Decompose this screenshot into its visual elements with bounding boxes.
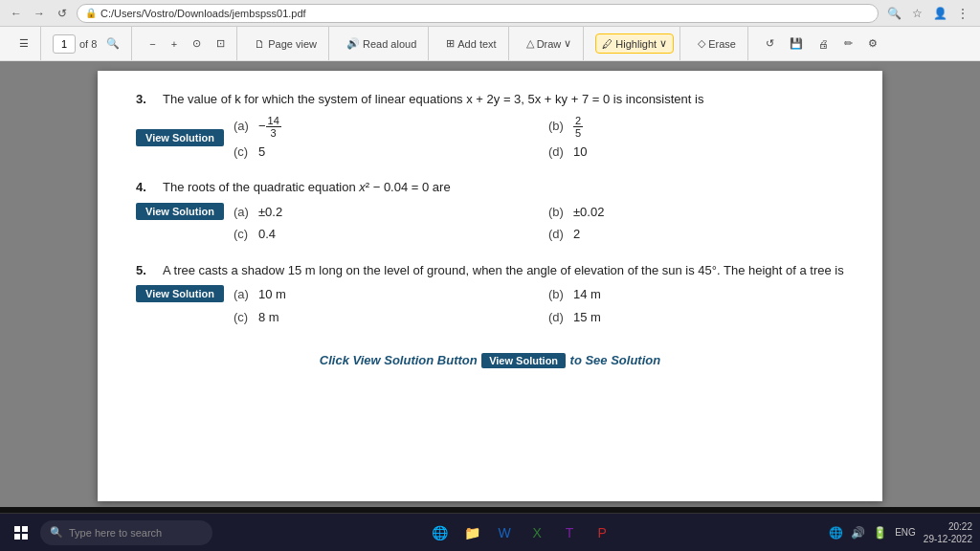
q5-option-a: (a) 10 m <box>234 285 529 304</box>
add-text-section: ⊞ Add text <box>434 27 508 60</box>
zoom-in-button[interactable]: + <box>166 35 183 53</box>
browser-menu-icon[interactable]: ⋮ <box>953 4 972 23</box>
pdf-content: 3. The value of k for which the system o… <box>0 61 980 507</box>
page-view-button[interactable]: 🗋 Page view <box>249 35 323 53</box>
question-3-number: 3. <box>136 90 155 109</box>
view-solution-3-button[interactable]: View Solution <box>136 129 224 146</box>
page-number-input[interactable] <box>53 34 76 54</box>
taskbar-teams-icon[interactable]: T <box>556 519 583 546</box>
taskbar-clock[interactable]: 20:22 29-12-2022 <box>924 520 972 545</box>
taskbar-word-icon[interactable]: W <box>491 519 518 546</box>
q5-option-b: (b) 14 m <box>548 285 844 304</box>
browser-chrome: ← → ↺ 🔒 C:/Users/Vostro/Downloads/jembsp… <box>0 0 980 27</box>
taskbar-right: 🌐 🔊 🔋 ENG 20:22 29-12-2022 <box>829 520 972 545</box>
svg-rect-2 <box>14 534 20 540</box>
taskbar-volume-icon[interactable]: 🔊 <box>851 526 865 540</box>
undo-button[interactable]: ↺ <box>760 34 780 53</box>
draw-button[interactable]: △ Draw ∨ <box>521 34 578 53</box>
q3-option-d: (d) 10 <box>548 143 844 162</box>
toolbar-menu-section: ☰ <box>8 27 41 60</box>
question-3-header: 3. The value of k for which the system o… <box>136 90 844 109</box>
reload-button[interactable]: ↺ <box>54 5 71 22</box>
taskbar: 🔍 Type here to search 🌐 📁 W X T P 🌐 🔊 🔋 … <box>0 513 980 551</box>
taskbar-pdf-icon[interactable]: P <box>589 519 615 546</box>
question-5-header: 5. A tree casts a shadow 15 m long on th… <box>136 261 844 280</box>
settings-button[interactable]: ⚙ <box>862 34 883 53</box>
pdf-page: 3. The value of k for which the system o… <box>98 71 882 501</box>
read-aloud-section: 🔊 Read aloud <box>335 27 429 60</box>
search-button[interactable]: 🔍 <box>100 34 125 53</box>
taskbar-search-bar[interactable]: 🔍 Type here to search <box>40 520 212 545</box>
svg-rect-0 <box>14 526 20 532</box>
click-solution-text: Click View Solution Button <box>320 353 478 367</box>
svg-rect-1 <box>22 526 28 532</box>
q4-option-c: (c) 0.4 <box>234 225 529 244</box>
edit-button[interactable]: ✏ <box>838 34 858 53</box>
save-button[interactable]: 💾 <box>784 34 809 53</box>
q3-option-b: (b) 25 <box>548 115 844 139</box>
page-total-label: of 8 <box>79 38 97 50</box>
taskbar-battery-icon[interactable]: 🔋 <box>873 526 887 540</box>
taskbar-search-icon: 🔍 <box>50 526 63 539</box>
q4-option-a: (a) ±0.2 <box>234 203 529 222</box>
taskbar-fileexplorer-icon[interactable]: 📁 <box>458 519 485 546</box>
taskbar-date: 29-12-2022 <box>924 533 972 545</box>
page-nav-section: of 8 🔍 <box>47 27 132 60</box>
q4-option-b: (b) ±0.02 <box>548 203 844 222</box>
q5-option-c: (c) 8 m <box>234 308 529 327</box>
taskbar-edge-icon[interactable]: 🌐 <box>426 519 453 546</box>
question-4-block: 4. The roots of the quadratic equation x… <box>136 178 844 244</box>
question-4-number: 4. <box>136 178 155 197</box>
address-bar[interactable]: 🔒 C:/Users/Vostro/Downloads/jembspss01.p… <box>77 4 879 23</box>
taskbar-excel-icon[interactable]: X <box>523 519 550 546</box>
address-text: C:/Users/Vostro/Downloads/jembspss01.pdf <box>100 8 306 19</box>
taskbar-lang-label: ENG <box>895 527 916 538</box>
add-text-button[interactable]: ⊞ Add text <box>440 34 501 53</box>
print-button[interactable]: 🖨 <box>813 35 835 53</box>
question-5-block: 5. A tree casts a shadow 15 m long on th… <box>136 261 844 327</box>
zoom-section: − + ⊙ ⊡ <box>138 27 237 60</box>
browser-profile-icon[interactable]: 👤 <box>930 4 949 23</box>
browser-bookmark-icon[interactable]: ☆ <box>907 4 926 23</box>
click-solution-area: Click View Solution Button View Solution… <box>136 343 844 376</box>
erase-button[interactable]: ◇ Erase <box>692 34 742 53</box>
taskbar-time: 20:22 <box>924 520 972 533</box>
question-4-header: 4. The roots of the quadratic equation x… <box>136 178 844 197</box>
browser-actions: 🔍 ☆ 👤 ⋮ <box>884 4 972 23</box>
draw-section: △ Draw ∨ <box>515 27 585 60</box>
lock-icon: 🔒 <box>85 8 97 18</box>
view-solution-4-button[interactable]: View Solution <box>136 203 224 220</box>
screen: ← → ↺ 🔒 C:/Users/Vostro/Downloads/jembsp… <box>0 0 980 507</box>
svg-rect-3 <box>22 534 28 540</box>
zoom-out-button[interactable]: − <box>144 35 161 53</box>
q4-option-d: (d) 2 <box>548 225 844 244</box>
question-5-text: A tree casts a shadow 15 m long on the l… <box>163 261 844 280</box>
view-solution-5-button[interactable]: View Solution <box>136 285 224 302</box>
highlight-button[interactable]: 🖊 Highlight ∨ <box>595 33 674 54</box>
q5-option-d: (d) 15 m <box>548 308 844 327</box>
taskbar-search-label: Type here to search <box>69 527 162 539</box>
pdf-toolbar: ☰ of 8 🔍 − + ⊙ ⊡ 🗋 Page view 🔊 Read a <box>0 27 980 61</box>
question-4-text: The roots of the quadratic equation x² −… <box>163 178 844 197</box>
highlight-section: 🖊 Highlight ∨ <box>590 27 680 60</box>
extra-tools-section: ↺ 💾 🖨 ✏ ⚙ <box>754 27 889 60</box>
taskbar-network-icon[interactable]: 🌐 <box>829 526 843 540</box>
click-solution-button[interactable]: View Solution <box>481 353 566 368</box>
question-3-text: The value of k for which the system of l… <box>163 90 844 109</box>
taskbar-app-icons: 🌐 📁 W X T P <box>218 519 823 546</box>
start-button[interactable] <box>8 519 34 546</box>
question-3-block: 3. The value of k for which the system o… <box>136 90 844 161</box>
erase-section: ◇ Erase <box>686 27 748 60</box>
question-5-number: 5. <box>136 261 155 280</box>
read-aloud-button[interactable]: 🔊 Read aloud <box>341 34 422 53</box>
page-view-section: 🗋 Page view <box>243 27 329 60</box>
q3-option-a: (a) −143 <box>234 115 529 139</box>
q3-option-c: (c) 5 <box>234 143 529 162</box>
fullscreen-button[interactable]: ⊡ <box>211 34 231 53</box>
back-button[interactable]: ← <box>8 5 25 22</box>
monitor: ← → ↺ 🔒 C:/Users/Vostro/Downloads/jembsp… <box>0 0 980 551</box>
sidebar-toggle-button[interactable]: ☰ <box>13 34 34 53</box>
fit-button[interactable]: ⊙ <box>187 34 207 53</box>
browser-search-icon[interactable]: 🔍 <box>884 4 903 23</box>
forward-button[interactable]: → <box>31 5 48 22</box>
